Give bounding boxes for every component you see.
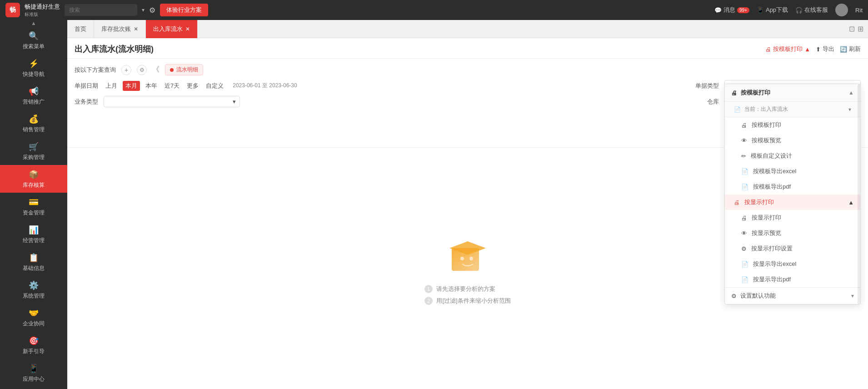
svg-point-1	[460, 257, 464, 260]
app-download-btn[interactable]: 📱 App下载	[757, 6, 788, 14]
dropdown-print-icon: 🖨	[731, 90, 737, 96]
online-service-btn[interactable]: 🎧 在线客服	[795, 6, 828, 14]
svg-point-2	[469, 257, 473, 260]
app-download-icon: 📱	[757, 7, 764, 14]
filter-row-1: 按以下方案查询 + ⚙ 《 流水明细	[75, 64, 861, 75]
sidebar-item-marketing[interactable]: 📢 营销推广	[0, 82, 67, 110]
filter-settings-icon[interactable]: ⚙	[137, 65, 147, 75]
date-field-label: 单据日期	[75, 82, 98, 90]
filter-add-btn[interactable]: +	[121, 65, 131, 75]
settings-gear-icon[interactable]: ⚙	[149, 6, 155, 15]
inventory-icon: 📦	[29, 170, 39, 180]
tab-batch-account-close[interactable]: ✕	[134, 26, 138, 32]
message-icon: 💬	[714, 7, 722, 14]
sidebar-item-system[interactable]: ⚙️ 系统管理	[0, 276, 67, 304]
messages-label: 消息	[723, 6, 735, 14]
sidebar-item-finance[interactable]: 💳 资金管理	[0, 193, 67, 220]
tab-home[interactable]: 首页	[67, 20, 94, 38]
sidebar-scroll-up[interactable]: ▲	[0, 20, 67, 26]
filter-collapse-btn[interactable]: 《	[152, 65, 160, 75]
step-2-text: 用[过滤]条件来缩小分析范围	[436, 297, 510, 305]
scrollbar[interactable]	[858, 84, 860, 304]
tab-inout-flow[interactable]: 出入库流水 ✕	[146, 20, 198, 38]
tab-batch-account-label: 库存批次账	[101, 25, 131, 33]
sidebar-item-guide[interactable]: 🎯 新手引导	[0, 331, 67, 359]
dropdown-template-preview[interactable]: 👁 按模板预览	[725, 133, 860, 148]
sidebar-item-wechat[interactable]: 💬 企业微信	[0, 387, 67, 389]
sidebar-label-finance: 资金管理	[23, 209, 45, 217]
sidebar-item-operations[interactable]: 📊 经营管理	[0, 220, 67, 248]
date-tab-more[interactable]: 更多	[185, 81, 200, 91]
print-icon: 🖨	[765, 46, 771, 53]
sidebar-item-enterprise[interactable]: 🤝 企业协同	[0, 304, 67, 331]
step-num-1: 1	[424, 285, 433, 293]
topbar-right: 💬 消息 99+ 📱 App下载 🎧 在线客服 Rit	[714, 4, 863, 16]
maximize-icon: ⊞	[858, 25, 863, 33]
template-export-pdf-label: 按模板导出pdf	[753, 183, 791, 191]
dropdown-footer[interactable]: ⚙ 设置默认功能 ▾	[725, 287, 860, 304]
operations-icon: 📊	[29, 225, 39, 235]
sidebar-item-basic[interactable]: 📋 基础信息	[0, 248, 67, 276]
dropdown-current: 📄 当前：出入库流水 ▾	[725, 102, 860, 117]
search-dropdown-icon[interactable]: ▾	[142, 7, 145, 13]
sidebar-item-quick-nav[interactable]: ⚡ 快捷导航	[0, 54, 67, 82]
sidebar-item-purchase[interactable]: 🛒 采购管理	[0, 137, 67, 165]
dropdown-display-export-pdf[interactable]: 📄 按显示导出pdf	[725, 272, 860, 287]
user-avatar[interactable]	[835, 4, 848, 16]
marketing-icon: 📢	[29, 86, 39, 96]
sidebar-label-apps: 应用中心	[23, 375, 45, 383]
sidebar-label-system: 系统管理	[23, 292, 45, 300]
dropdown-display-export-excel[interactable]: 📄 按显示导出excel	[725, 256, 860, 272]
empty-steps: 1 请先选择要分析的方案 2 用[过滤]条件来缩小分析范围	[424, 285, 510, 305]
empty-step-1: 1 请先选择要分析的方案	[424, 285, 510, 293]
sidebar-item-inventory[interactable]: 📦 库存核算	[0, 165, 67, 193]
date-tab-7days[interactable]: 近7天	[163, 81, 181, 91]
sidebar-item-search[interactable]: 🔍 搜索菜单	[0, 26, 67, 54]
display-section-arrow: ▲	[848, 199, 854, 206]
date-tab-last-month[interactable]: 上月	[104, 81, 119, 91]
dropdown-template-custom[interactable]: ✏ 模板自定义设计	[725, 148, 860, 164]
display-export-pdf-icon: 📄	[741, 276, 748, 283]
print-template-arrow: ▲	[804, 46, 810, 53]
tab-batch-account[interactable]: 库存批次账 ✕	[94, 20, 146, 38]
empty-step-2: 2 用[过滤]条件来缩小分析范围	[424, 297, 510, 305]
empty-illustration	[445, 232, 490, 278]
dropdown-template-print[interactable]: 🖨 按模板打印	[725, 117, 860, 133]
industry-btn[interactable]: 体验行业方案	[160, 4, 208, 16]
date-tab-this-month[interactable]: 本月	[123, 81, 140, 91]
dropdown-template-export-pdf[interactable]: 📄 按模板导出pdf	[725, 179, 860, 194]
date-tab-this-year[interactable]: 本年	[144, 81, 159, 91]
sidebar-item-apps[interactable]: 📱 应用中心	[0, 359, 67, 387]
refresh-btn[interactable]: 🔄 刷新	[840, 45, 861, 53]
dropdown-current-icon: 📄	[734, 106, 741, 113]
tab-bar: 首页 库存批次账 ✕ 出入库流水 ✕ ⊡ ⊞	[67, 20, 868, 38]
template-export-pdf-icon: 📄	[741, 184, 748, 190]
dropdown-display-preview[interactable]: 👁 按显示预览	[725, 225, 860, 241]
dropdown-collapse-icon[interactable]: ▲	[848, 90, 854, 96]
tab-expand-btn[interactable]: ⊡ ⊞	[844, 25, 868, 33]
dropdown-template-export-excel[interactable]: 📄 按模板导出excel	[725, 164, 860, 179]
search-input[interactable]	[65, 4, 137, 16]
business-type-select[interactable]: ▾	[104, 96, 240, 107]
refresh-icon: 🔄	[840, 46, 847, 53]
export-btn[interactable]: ⬆ 导出	[816, 45, 834, 53]
page-header: 出入库流水(流水明细) 🖨 按模板打印 ▲ ⬆ 导出 🔄 刷新	[67, 38, 868, 59]
date-tab-custom[interactable]: 自定义	[204, 81, 225, 91]
export-icon: ⬆	[816, 46, 821, 53]
dropdown-display-print-settings[interactable]: ⚙ 按显示打印设置	[725, 241, 860, 256]
messages-btn[interactable]: 💬 消息 99+	[714, 6, 749, 14]
display-section-icon: 🖨	[734, 199, 740, 206]
dropdown-display-section[interactable]: 🖨 按显示打印 ▲	[725, 194, 860, 210]
app-logo: 畅	[5, 3, 20, 17]
tab-inout-flow-close[interactable]: ✕	[185, 26, 190, 32]
print-template-btn[interactable]: 🖨 按模板打印 ▲	[765, 45, 810, 53]
sidebar-item-sales[interactable]: 💰 销售管理	[0, 110, 67, 137]
template-preview-icon: 👁	[741, 137, 747, 144]
dropdown-display-print[interactable]: 🖨 按显示打印	[725, 210, 860, 225]
template-custom-icon: ✏	[741, 153, 746, 160]
apps-icon: 📱	[29, 364, 39, 374]
chip-label: 流水明细	[176, 66, 198, 74]
sidebar: ▲ 🔍 搜索菜单 ⚡ 快捷导航 📢 营销推广 💰 销售管理 🛒 采购管理 📦 库…	[0, 20, 67, 389]
page-header-actions: 🖨 按模板打印 ▲ ⬆ 导出 🔄 刷新	[765, 45, 861, 53]
topbar: 畅 畅捷通好生意 标准版 ▾ ⚙ 体验行业方案 💬 消息 99+ 📱 App下载…	[0, 0, 868, 20]
